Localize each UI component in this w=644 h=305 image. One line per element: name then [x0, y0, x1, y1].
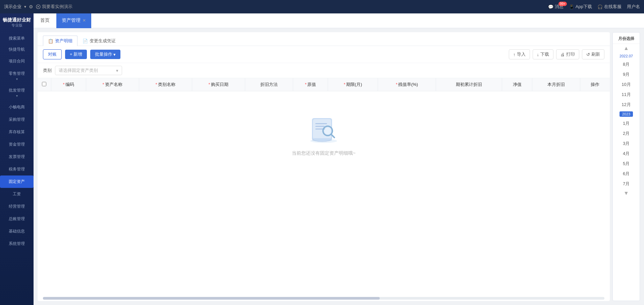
settings-icon[interactable]: ⚙	[29, 4, 33, 9]
month-panel: 月份选择 ▲ 2022.07 8月 9月 10月 11月 12月 2023 1月…	[612, 32, 640, 301]
month-item-7[interactable]: 7月	[613, 179, 640, 189]
month-item-9[interactable]: 9月	[613, 69, 640, 80]
sidebar-label-ledger: 总账管理	[9, 216, 25, 222]
top-bar: 演示企业 ▾ ⚙ 我要看实例演示 💬 消息 99+ 📱 App下载 🎧 在线客服…	[0, 0, 644, 13]
month-item-10[interactable]: 10月	[613, 80, 640, 90]
refresh-button[interactable]: ↺ 刷新	[582, 49, 604, 59]
sidebar-label-assets: 固定资产	[9, 179, 25, 185]
import-button[interactable]: ↑ 导入	[509, 49, 530, 59]
tab-assets[interactable]: 资产管理 ✕	[56, 13, 91, 28]
month-item-11[interactable]: 11月	[613, 90, 640, 100]
sidebar-label-invoice: 发票管理	[9, 154, 25, 160]
month-item-3[interactable]: 3月	[613, 139, 640, 149]
sidebar-item-project[interactable]: 项目合同	[0, 55, 34, 67]
current-year-display[interactable]: 2022.07	[620, 53, 633, 59]
th-net-value: 净值	[502, 78, 532, 91]
sidebar-item-payroll[interactable]: 工资	[0, 188, 34, 200]
sidebar-label-project: 项目合同	[9, 58, 25, 64]
month-item-12[interactable]: 12月	[613, 100, 640, 110]
demo-link[interactable]: 我要看实例演示	[36, 4, 72, 10]
year-2023-badge[interactable]: 2023	[620, 111, 633, 117]
sub-tab-voucher[interactable]: 📄 变更生成凭证	[77, 36, 121, 46]
category-select-placeholder: 请选择固定资产类别	[59, 67, 98, 73]
dropdown-arrow-icon[interactable]: ▾	[24, 4, 26, 9]
month-item-4[interactable]: 4月	[613, 149, 640, 159]
sidebar-item-invoice[interactable]: 发票管理	[0, 151, 34, 163]
th-code: *编码	[51, 78, 86, 91]
empty-svg	[304, 111, 344, 145]
scroll-thumb[interactable]	[43, 297, 380, 300]
tab-close-icon[interactable]: ✕	[83, 18, 86, 23]
svg-rect-6	[315, 129, 326, 130]
sidebar-label-tax: 税务管理	[9, 166, 25, 172]
horizontal-scrollbar[interactable]	[43, 297, 604, 300]
voucher-tab-icon: 📄	[83, 39, 88, 44]
svg-rect-4	[315, 123, 327, 124]
month-nav-down[interactable]: ▼	[613, 189, 640, 198]
month-item-8[interactable]: 8月	[613, 59, 640, 69]
sidebar-item-ecommerce[interactable]: 小畅电商	[0, 101, 34, 113]
app-download-button[interactable]: 📱 App下载	[569, 4, 592, 10]
svg-point-8	[324, 128, 331, 134]
sidebar-label-purchase: 采购管理	[9, 117, 25, 122]
sidebar-item-inventory[interactable]: 库存核算	[0, 126, 34, 138]
sidebar-quick-nav[interactable]: 快捷导航	[0, 44, 34, 55]
sidebar-item-basic[interactable]: 基础信息	[0, 225, 34, 238]
sidebar-item-tax[interactable]: 税务管理	[0, 163, 34, 175]
print-button[interactable]: 🖨 打印	[556, 49, 579, 59]
user-name: 用户名	[627, 4, 640, 10]
online-service-button[interactable]: 🎧 在线客服	[597, 4, 622, 10]
message-icon: 💬	[548, 4, 553, 9]
th-checkbox	[38, 78, 51, 91]
top-bar-left: 演示企业 ▾ ⚙ 我要看实例演示	[4, 4, 72, 10]
month-item-2[interactable]: 2月	[613, 129, 640, 139]
th-name: *资产名称	[86, 78, 139, 91]
match-button[interactable]: 对账	[43, 49, 62, 59]
th-category: *类别名称	[139, 78, 192, 91]
sidebar-label-inventory: 库存核算	[9, 129, 25, 135]
empty-state: 当前您还没有固定资产明细哦~	[38, 91, 610, 176]
sidebar-item-ledger[interactable]: 总账管理	[0, 213, 34, 225]
batch-arrow-icon: ▾	[113, 52, 116, 57]
month-item-6[interactable]: 6月	[613, 169, 640, 179]
sidebar-item-operations[interactable]: 经营管理	[0, 200, 34, 213]
sidebar-label-system: 系统管理	[9, 241, 25, 247]
tab-home[interactable]: 首页	[34, 13, 56, 28]
add-button[interactable]: + 新增	[65, 50, 87, 59]
sidebar-label-ecommerce: 小畅电商	[9, 104, 25, 110]
table-header-row: *编码 *资产名称 *类别名称 *购买日期 折旧方法 *原值 *期限(月) *残…	[38, 78, 610, 91]
month-panel-title: 月份选择	[613, 35, 640, 44]
sidebar-logo: 畅捷通好业财 专业版	[3, 17, 31, 28]
month-nav-up[interactable]: ▲	[613, 44, 640, 53]
select-arrow-icon: ▾	[116, 68, 118, 73]
tab-assets-label: 资产管理	[62, 17, 80, 23]
th-original-value: *原值	[293, 78, 328, 91]
sidebar-label-operations: 经营管理	[9, 204, 25, 209]
sub-tab-detail[interactable]: 📋 资产明细	[43, 36, 77, 46]
svg-rect-5	[315, 126, 325, 127]
th-monthly-depreciation: 本月折旧	[532, 78, 580, 91]
month-item-1[interactable]: 1月	[613, 118, 640, 129]
refresh-icon: ↺	[586, 52, 590, 57]
messages-button[interactable]: 💬 消息 99+	[548, 4, 564, 10]
detail-tab-icon: 📋	[48, 39, 53, 44]
sidebar-item-wholesale[interactable]: 批发管理 ▾	[0, 84, 34, 101]
category-select[interactable]: 请选择固定资产类别 ▾	[55, 66, 122, 75]
sidebar-label-basic: 基础信息	[9, 228, 25, 234]
sidebar-item-retail[interactable]: 零售管理 ▾	[0, 67, 34, 84]
assets-table: *编码 *资产名称 *类别名称 *购买日期 折旧方法 *原值 *期限(月) *残…	[38, 78, 610, 91]
sidebar-item-finance[interactable]: 资金管理	[0, 138, 34, 151]
chevron-down-icon: ▾	[16, 77, 18, 81]
sidebar-item-purchase[interactable]: 采购管理	[0, 113, 34, 126]
print-icon: 🖨	[560, 52, 565, 57]
sidebar-search[interactable]: 搜索菜单	[0, 33, 34, 44]
th-period: *期限(月)	[328, 78, 378, 91]
th-purchase-date: *购买日期	[192, 78, 245, 91]
select-all-checkbox[interactable]	[42, 82, 46, 86]
content-area: 首页 资产管理 ✕ 📋 资产明细 📄 变更生成凭证	[34, 13, 644, 305]
month-item-5[interactable]: 5月	[613, 159, 640, 169]
sidebar-item-assets[interactable]: 固定资产	[0, 175, 34, 188]
download-button[interactable]: ↓ 下载	[533, 49, 554, 59]
batch-button[interactable]: 批量操作 ▾	[90, 50, 120, 59]
sidebar-item-system[interactable]: 系统管理	[0, 238, 34, 250]
